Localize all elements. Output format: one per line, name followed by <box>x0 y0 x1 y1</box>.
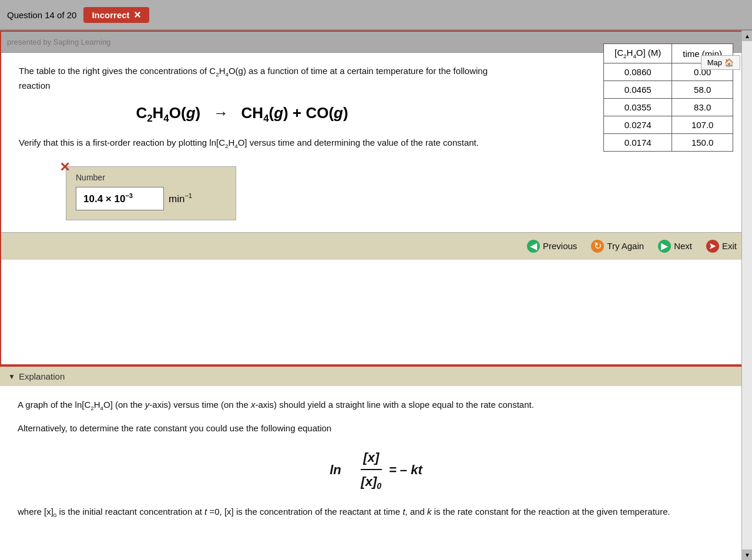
incorrect-label: Incorrect <box>92 10 129 20</box>
explanation-para1: A graph of the ln[C2H4O] (on the y-axis)… <box>18 398 734 413</box>
answer-number-label: Number <box>76 173 226 182</box>
try-again-label: Try Again <box>607 241 644 251</box>
verify-text: Verify that this is a first-order reacti… <box>19 136 501 151</box>
explanation-section: ▼ Explanation A graph of the ln[C2H4O] (… <box>0 365 752 560</box>
previous-label: Previous <box>543 241 577 251</box>
question-panel: presented by Sapling Learning Map 🏠 [C2H… <box>0 31 752 365</box>
explanation-para2: Alternatively, to determine the rate con… <box>18 421 734 435</box>
exit-label: Exit <box>722 241 737 251</box>
scroll-up[interactable]: ▲ <box>742 31 752 41</box>
answer-x-mark: ✕ <box>59 160 70 175</box>
explanation-header[interactable]: ▼ Explanation <box>0 367 752 386</box>
map-label: Map <box>707 58 722 67</box>
explanation-body: A graph of the ln[C2H4O] (on the y-axis)… <box>0 386 752 560</box>
exit-icon: ➤ <box>706 240 719 253</box>
answer-box: ✕ Number 10.4 × 10−3 min−1 <box>66 166 236 220</box>
answer-value: 10.4 × 10−3 <box>76 187 164 210</box>
question-label: Question 14 of 20 <box>7 10 76 20</box>
question-body: The table to the right gives the concent… <box>1 53 751 232</box>
incorrect-badge: Incorrect ✕ <box>83 7 149 23</box>
explanation-para3: where [x]0 is the initial reactant conce… <box>18 505 734 520</box>
try-again-button[interactable]: ↻ Try Again <box>586 237 649 255</box>
previous-button[interactable]: ◀ Previous <box>522 237 582 255</box>
scroll-down[interactable]: ▼ <box>742 549 752 560</box>
right-scrollbar: ▲ ▼ <box>741 31 752 560</box>
previous-icon: ◀ <box>527 240 540 253</box>
scroll-track <box>742 41 752 549</box>
intro-text: The table to the right gives the concent… <box>19 65 501 92</box>
map-button[interactable]: Map 🏠 <box>701 55 740 70</box>
fraction-equation: ln [x] [x]0 = – kt <box>18 447 734 493</box>
answer-unit: min−1 <box>169 192 192 205</box>
try-again-icon: ↻ <box>591 240 604 253</box>
explanation-label: Explanation <box>19 371 65 381</box>
main-wrapper: presented by Sapling Learning Map 🏠 [C2H… <box>0 31 752 560</box>
map-icon: 🏠 <box>724 58 734 67</box>
exit-button[interactable]: ➤ Exit <box>701 237 741 255</box>
reaction-equation: C2H4O(g) → CH4(g) + CO(g) <box>66 104 418 125</box>
next-label: Next <box>674 241 692 251</box>
next-icon: ▶ <box>658 240 671 253</box>
top-bar: Question 14 of 20 Incorrect ✕ <box>0 0 752 31</box>
answer-value-row: 10.4 × 10−3 min−1 <box>76 187 226 210</box>
next-button[interactable]: ▶ Next <box>653 237 697 255</box>
collapse-icon: ▼ <box>8 373 15 381</box>
nav-bar: ◀ Previous ↻ Try Again ▶ Next ➤ Exit <box>1 232 751 260</box>
incorrect-x-icon: ✕ <box>133 9 141 21</box>
